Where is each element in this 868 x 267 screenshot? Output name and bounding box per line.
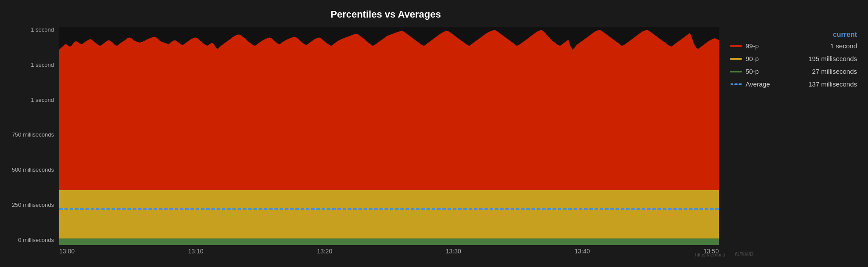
legend-color-average bbox=[730, 83, 742, 85]
legend-item-90p: 90-p 195 milliseconds bbox=[730, 55, 857, 62]
legend-label-average: Average bbox=[746, 80, 770, 88]
x-axis: 13:00 13:10 13:20 13:30 13:40 13:50 bbox=[59, 245, 719, 258]
legend-item-50p: 50-p 27 milliseconds bbox=[730, 68, 857, 75]
y-label-1second-top: 1 second bbox=[0, 27, 54, 32]
chart-body: 1 second 1 second 1 second 750 milliseco… bbox=[0, 27, 719, 258]
legend-label-50p: 50-p bbox=[746, 68, 759, 75]
y-label-1second-2: 1 second bbox=[0, 62, 54, 68]
chart-area: Percentiles vs Averages 1 second 1 secon… bbox=[0, 9, 719, 258]
legend-left-average: Average bbox=[730, 80, 770, 88]
chart-title: Percentiles vs Averages bbox=[53, 9, 719, 20]
layer-99p bbox=[59, 27, 719, 190]
y-label-0ms: 0 milliseconds bbox=[0, 237, 54, 243]
legend-value-90p: 195 milliseconds bbox=[808, 55, 857, 62]
x-tick-1310: 13:10 bbox=[188, 248, 204, 258]
legend-item-average: Average 137 milliseconds bbox=[730, 80, 857, 88]
legend-left-99p: 99-p bbox=[730, 42, 759, 50]
legend-label-99p: 99-p bbox=[746, 42, 759, 50]
chart-container: Percentiles vs Averages 1 second 1 secon… bbox=[0, 0, 868, 267]
legend-color-90p bbox=[730, 58, 742, 60]
legend-item-99p: 99-p 1 second bbox=[730, 42, 857, 50]
legend-current-label: current bbox=[730, 31, 857, 39]
average-line bbox=[59, 208, 719, 210]
y-label-250ms: 250 milliseconds bbox=[0, 202, 54, 208]
legend-left-90p: 90-p bbox=[730, 55, 759, 62]
legend-label-90p: 90-p bbox=[746, 55, 759, 62]
y-axis: 1 second 1 second 1 second 750 milliseco… bbox=[0, 27, 59, 258]
legend-value-99p: 1 second bbox=[830, 42, 857, 50]
watermark2: 创新互联 bbox=[735, 251, 754, 257]
legend-left-50p: 50-p bbox=[730, 68, 759, 75]
watermark: https://lemon.t bbox=[695, 252, 725, 257]
y-label-750ms: 750 milliseconds bbox=[0, 132, 54, 137]
y-label-1second-3: 1 second bbox=[0, 97, 54, 103]
x-tick-1340: 13:40 bbox=[574, 248, 590, 258]
legend-value-average: 137 milliseconds bbox=[808, 80, 857, 88]
chart-plot bbox=[59, 27, 719, 245]
x-tick-1300: 13:00 bbox=[59, 248, 75, 258]
legend-value-50p: 27 milliseconds bbox=[812, 68, 857, 75]
chart-plot-wrapper: 13:00 13:10 13:20 13:30 13:40 13:50 bbox=[59, 27, 719, 258]
legend: current 99-p 1 second 90-p 195 milliseco… bbox=[723, 9, 864, 258]
red-svg bbox=[59, 27, 719, 190]
legend-color-50p bbox=[730, 71, 742, 72]
layer-50p bbox=[59, 238, 719, 245]
x-tick-1330: 13:30 bbox=[446, 248, 461, 258]
x-tick-1320: 13:20 bbox=[317, 248, 332, 258]
y-label-500ms: 500 milliseconds bbox=[0, 167, 54, 173]
legend-color-99p bbox=[730, 45, 742, 47]
layer-90p bbox=[59, 190, 719, 238]
